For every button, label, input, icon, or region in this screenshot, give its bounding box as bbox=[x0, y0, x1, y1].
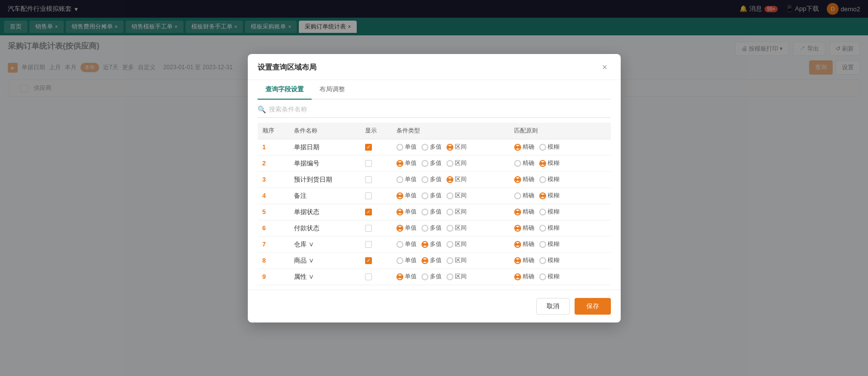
modal-tabs: 查询字段设置 布局调整 bbox=[258, 80, 611, 100]
modal-body: 查询字段设置 布局调整 🔍 顺序 条件名称 显示 条件类型 bbox=[248, 80, 621, 103]
tab-layout-adjust[interactable]: 布局调整 bbox=[312, 80, 353, 100]
modal-close-btn[interactable]: × bbox=[599, 62, 611, 74]
modal-title: 设置查询区域布局 bbox=[258, 63, 316, 72]
settings-modal: 设置查询区域布局 × 查询字段设置 布局调整 🔍 顺序 bbox=[248, 54, 621, 103]
modal-header: 设置查询区域布局 × bbox=[248, 54, 621, 80]
modal-overlay: 设置查询区域布局 × 查询字段设置 布局调整 🔍 顺序 bbox=[0, 0, 868, 103]
tab-query-fields[interactable]: 查询字段设置 bbox=[258, 80, 312, 100]
